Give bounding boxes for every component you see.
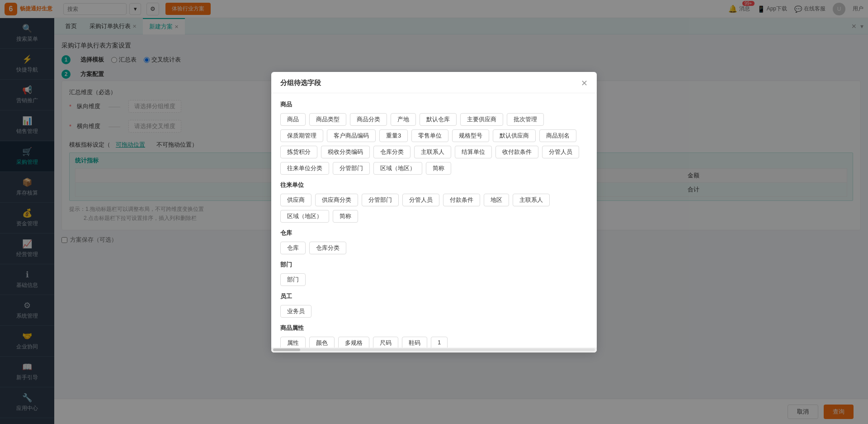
field-tags-warehouse: 仓库 仓库分类	[280, 242, 588, 254]
field-tag[interactable]: 商品别名	[539, 129, 576, 142]
field-tag[interactable]: 1	[431, 337, 448, 348]
field-tag[interactable]: 默认仓库	[420, 113, 457, 126]
field-tag[interactable]: 仓库分类	[309, 242, 346, 254]
field-tag[interactable]: 仓库	[280, 242, 306, 254]
field-tag[interactable]: 商品分类	[350, 113, 387, 126]
field-tag[interactable]: 拣货积分	[280, 146, 317, 158]
modal: 分组待选字段 ✕ 商品 商品 商品类型 商品分类 产地 默认仓库 主要供应商 批…	[271, 72, 597, 353]
section-title-warehouse: 仓库	[280, 229, 588, 237]
modal-title: 分组待选字段	[280, 79, 321, 87]
scroll-track	[273, 348, 595, 351]
field-tag[interactable]: 分管部门	[333, 162, 370, 175]
modal-horizontal-scrollbar[interactable]	[271, 348, 597, 353]
field-tag[interactable]: 主联系人	[513, 194, 550, 206]
field-tag[interactable]: 尺码	[373, 337, 398, 348]
field-tag[interactable]: 鞋码	[402, 337, 427, 348]
field-tag[interactable]: 客户商品编码	[327, 129, 376, 142]
field-tag[interactable]: 往来单位分类	[280, 162, 329, 175]
field-tag[interactable]: 多规格	[338, 337, 369, 348]
field-tag[interactable]: 保质期管理	[280, 129, 323, 142]
field-tag[interactable]: 区域（地区）	[373, 162, 422, 175]
field-tag[interactable]: 颜色	[309, 337, 335, 348]
section-title-goods-attr: 商品属性	[280, 324, 588, 332]
field-tag[interactable]: 供应商分类	[315, 194, 358, 206]
field-tag[interactable]: 简称	[333, 210, 358, 223]
modal-body: 商品 商品 商品类型 商品分类 产地 默认仓库 主要供应商 批次管理 保质期管理…	[271, 93, 597, 348]
field-tag[interactable]: 分管部门	[362, 194, 399, 206]
field-tag[interactable]: 分管人员	[542, 146, 579, 158]
field-tag[interactable]: 分管人员	[402, 194, 439, 206]
field-tag[interactable]: 结算单位	[455, 146, 492, 158]
section-title-goods: 商品	[280, 100, 588, 109]
field-tag[interactable]: 商品	[280, 113, 306, 126]
modal-close-button[interactable]: ✕	[581, 78, 588, 88]
section-title-dept: 部门	[280, 261, 588, 269]
field-tags-goods-attr: 属性 颜色 多规格 尺码 鞋码 1	[280, 337, 588, 348]
modal-header: 分组待选字段 ✕	[271, 72, 597, 93]
field-tag[interactable]: 规格型号	[452, 129, 489, 142]
field-tag[interactable]: 区域（地区）	[280, 210, 329, 223]
field-tag[interactable]: 产地	[391, 113, 416, 126]
field-tag[interactable]: 供应商	[280, 194, 311, 206]
field-tag[interactable]: 付款条件	[443, 194, 480, 206]
field-tags-partner: 供应商 供应商分类 分管部门 分管人员 付款条件 地区 主联系人 区域（地区） …	[280, 194, 588, 223]
field-tag[interactable]: 零售单位	[411, 129, 448, 142]
field-tag[interactable]: 默认供应商	[493, 129, 536, 142]
field-tag[interactable]: 简称	[426, 162, 451, 175]
field-tag[interactable]: 商品类型	[309, 113, 346, 126]
field-tag[interactable]: 主要供应商	[460, 113, 503, 126]
field-tag[interactable]: 税收分类编码	[321, 146, 370, 158]
field-tag[interactable]: 属性	[280, 337, 306, 348]
field-tag[interactable]: 业务员	[280, 305, 311, 318]
field-tag[interactable]: 批次管理	[507, 113, 544, 126]
field-tags-goods: 商品 商品类型 商品分类 产地 默认仓库 主要供应商 批次管理 保质期管理 客户…	[280, 113, 588, 175]
field-tag[interactable]: 收付款条件	[495, 146, 538, 158]
field-tags-dept: 部门	[280, 273, 588, 286]
field-tag[interactable]: 重量3	[379, 129, 408, 142]
section-title-partner: 往来单位	[280, 181, 588, 189]
modal-overlay: 分组待选字段 ✕ 商品 商品 商品类型 商品分类 产地 默认仓库 主要供应商 批…	[0, 0, 868, 424]
section-title-employee: 员工	[280, 292, 588, 300]
scroll-thumb[interactable]	[273, 348, 300, 351]
field-tag[interactable]: 部门	[280, 273, 306, 286]
field-tag[interactable]: 地区	[484, 194, 509, 206]
field-tags-employee: 业务员	[280, 305, 588, 318]
field-tag[interactable]: 仓库分类	[373, 146, 410, 158]
field-tag[interactable]: 主联系人	[414, 146, 451, 158]
